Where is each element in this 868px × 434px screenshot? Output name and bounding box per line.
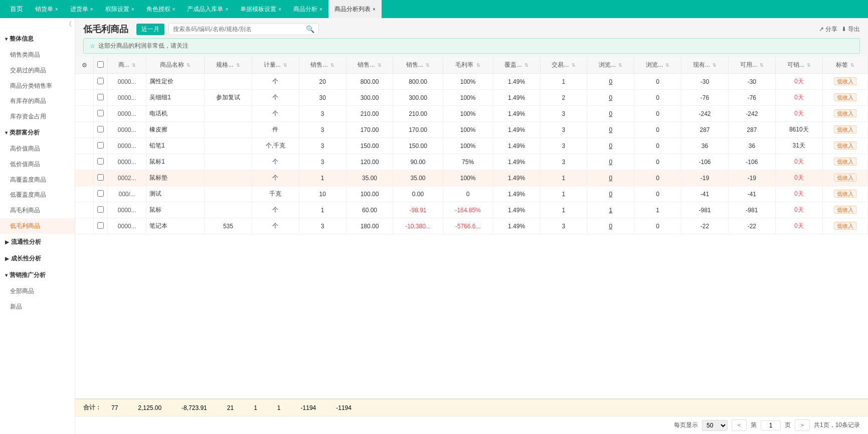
sidebar-item-high-value[interactable]: 高价值商品 bbox=[0, 141, 75, 157]
col-spec[interactable]: 规格... ⇅ bbox=[205, 57, 252, 74]
page-number-input[interactable] bbox=[761, 420, 781, 430]
sidebar-group-circulation[interactable]: ▶ 流通性分析 bbox=[0, 234, 75, 250]
nav-product-storage-close[interactable]: × bbox=[225, 7, 228, 12]
row-view1[interactable]: 1 bbox=[587, 202, 634, 218]
row-checkbox[interactable] bbox=[97, 142, 104, 149]
nav-home[interactable]: 首页 bbox=[4, 0, 29, 18]
row-checkbox[interactable] bbox=[97, 190, 104, 197]
row-view1[interactable]: 0 bbox=[587, 218, 634, 234]
row-gross-margin: 100% bbox=[443, 170, 493, 186]
nav-permission-close[interactable]: × bbox=[131, 7, 134, 12]
col-sales-profit[interactable]: 销售... ⇅ bbox=[393, 57, 443, 74]
row-gross-margin: 100% bbox=[443, 74, 493, 90]
row-checkbox[interactable] bbox=[97, 174, 104, 181]
col-available[interactable]: 可用... ⇅ bbox=[728, 57, 775, 74]
nav-product-analysis-list[interactable]: 商品分析列表 × bbox=[328, 0, 382, 18]
row-view1[interactable]: 0 bbox=[587, 122, 634, 138]
sidebar-item-low-value[interactable]: 低价值商品 bbox=[0, 157, 75, 172]
col-coverage[interactable]: 覆盖... ⇅ bbox=[493, 57, 540, 74]
per-page-label: 每页显示 bbox=[674, 421, 698, 429]
col-view1[interactable]: 浏览... ⇅ bbox=[587, 57, 634, 74]
sidebar-group-overview[interactable]: ▾ 整体信息 bbox=[0, 31, 75, 47]
nav-purchase[interactable]: 进货单 × bbox=[64, 0, 99, 18]
row-checkbox[interactable] bbox=[97, 206, 104, 213]
nav-product-analysis-list-close[interactable]: × bbox=[373, 7, 376, 12]
row-checkbox[interactable] bbox=[97, 158, 104, 165]
row-view1[interactable]: 0 bbox=[587, 138, 634, 154]
nav-role[interactable]: 角色授权 × bbox=[140, 0, 182, 18]
total-sales-amount: 2,125.00 bbox=[138, 404, 161, 411]
col-view2[interactable]: 浏览... ⇅ bbox=[634, 57, 681, 74]
search-input[interactable] bbox=[173, 26, 306, 33]
sidebar-item-traded-products[interactable]: 交易过的商品 bbox=[0, 63, 75, 78]
pagination-bar: 每页显示 50 100 200 ＜ 第 页 ＞ 共1页，10条记录 bbox=[75, 416, 868, 434]
sidebar-item-in-stock[interactable]: 有库存的商品 bbox=[0, 93, 75, 109]
row-checkbox[interactable] bbox=[97, 222, 104, 229]
col-current[interactable]: 现有... ⇅ bbox=[681, 57, 729, 74]
select-all-checkbox[interactable] bbox=[97, 61, 104, 68]
sidebar-group-marketing[interactable]: ▾ 营销推广分析 bbox=[0, 267, 75, 283]
nav-template-close[interactable]: × bbox=[278, 7, 281, 12]
sidebar-item-high-margin[interactable]: 高毛利商品 bbox=[0, 203, 75, 218]
row-spec bbox=[205, 186, 252, 202]
row-checkbox-cell bbox=[94, 90, 108, 106]
search-box[interactable]: 🔍 bbox=[168, 23, 319, 35]
sidebar-group-cluster[interactable]: ▾ 类群富分析 bbox=[0, 124, 75, 141]
col-sales-amount[interactable]: 销售... ⇅ bbox=[346, 57, 393, 74]
sidebar-item-new-products[interactable]: 新品 bbox=[0, 299, 75, 315]
col-name[interactable]: 商品名称 ⇅ bbox=[146, 57, 205, 74]
row-view1[interactable]: 0 bbox=[587, 170, 634, 186]
col-trade[interactable]: 交易... ⇅ bbox=[540, 57, 587, 74]
col-gross-margin[interactable]: 毛利率 ⇅ bbox=[443, 57, 493, 74]
nav-template[interactable]: 单据模板设置 × bbox=[234, 0, 287, 18]
nav-role-close[interactable]: × bbox=[172, 7, 176, 12]
table-row: 0000... 电话机 个 3 210.00 210.00 100% 1.49%… bbox=[75, 106, 868, 122]
nav-purchase-close[interactable]: × bbox=[90, 7, 93, 12]
sidebar-item-stock-capital[interactable]: 库存资金占用 bbox=[0, 109, 75, 124]
sidebar-collapse-button[interactable]: 《 bbox=[0, 18, 75, 31]
nav-product-analysis-close[interactable]: × bbox=[319, 7, 322, 12]
per-page-select[interactable]: 50 100 200 bbox=[702, 420, 728, 431]
row-gross-margin: 100% bbox=[443, 106, 493, 122]
row-checkbox[interactable] bbox=[97, 110, 104, 116]
sidebar-item-high-coverage[interactable]: 高覆盖度商品 bbox=[0, 172, 75, 188]
row-view1[interactable]: 0 bbox=[587, 154, 634, 170]
next-page-button[interactable]: ＞ bbox=[795, 419, 810, 431]
sidebar-item-low-coverage[interactable]: 低覆盖度商品 bbox=[0, 187, 75, 203]
nav-sales[interactable]: 销货单 × bbox=[29, 0, 64, 18]
search-icon[interactable]: 🔍 bbox=[306, 25, 314, 33]
row-checkbox[interactable] bbox=[97, 78, 104, 84]
nav-product-storage[interactable]: 产成品入库单 × bbox=[181, 0, 234, 18]
row-checkbox[interactable] bbox=[97, 126, 104, 132]
col-sellable[interactable]: 可销... ⇅ bbox=[775, 57, 822, 74]
row-checkbox[interactable] bbox=[97, 94, 104, 100]
filter-recent-month-button[interactable]: 近一月 bbox=[136, 24, 164, 35]
col-code[interactable]: 商... ⇅ bbox=[108, 57, 146, 74]
row-view1[interactable]: 0 bbox=[587, 106, 634, 122]
share-button[interactable]: ↗ 分享 bbox=[819, 25, 837, 34]
sidebar-item-all-products[interactable]: 全部商品 bbox=[0, 283, 75, 299]
row-gross-margin: 100% bbox=[443, 90, 493, 106]
sidebar-item-sales-products[interactable]: 销售类商品 bbox=[0, 47, 75, 63]
row-tag: 低收入 bbox=[822, 74, 867, 90]
row-view1[interactable]: 0 bbox=[587, 74, 634, 90]
col-settings[interactable]: ⚙ bbox=[75, 57, 94, 74]
data-table-wrapper: ⚙ 商... ⇅ 商品名称 ⇅ 规格... ⇅ 计量... ⇅ 销售... ⇅ … bbox=[75, 57, 868, 398]
row-view1[interactable]: 0 bbox=[587, 90, 634, 106]
row-trade: 1 bbox=[540, 170, 587, 186]
nav-product-analysis[interactable]: 商品分析 × bbox=[287, 0, 328, 18]
nav-sales-close[interactable]: × bbox=[55, 7, 58, 12]
prev-page-button[interactable]: ＜ bbox=[732, 419, 747, 431]
row-view1[interactable]: 0 bbox=[587, 186, 634, 202]
sidebar-item-category-sales-rate[interactable]: 商品分类销售率 bbox=[0, 78, 75, 94]
col-unit[interactable]: 计量... ⇅ bbox=[252, 57, 299, 74]
row-trade: 1 bbox=[540, 202, 587, 218]
col-tag[interactable]: 标签 ⇅ bbox=[822, 57, 867, 74]
sidebar-item-low-margin[interactable]: 低毛利商品 bbox=[0, 218, 75, 234]
nav-permission[interactable]: 权限设置 × bbox=[99, 0, 140, 18]
row-sellable: 0天 bbox=[775, 154, 822, 170]
export-button[interactable]: ⬇ 导出 bbox=[841, 25, 860, 34]
sidebar-group-overview-arrow: ▾ bbox=[5, 36, 8, 42]
col-sales-qty[interactable]: 销售... ⇅ bbox=[299, 57, 346, 74]
sidebar-group-growth[interactable]: ▶ 成长性分析 bbox=[0, 250, 75, 267]
